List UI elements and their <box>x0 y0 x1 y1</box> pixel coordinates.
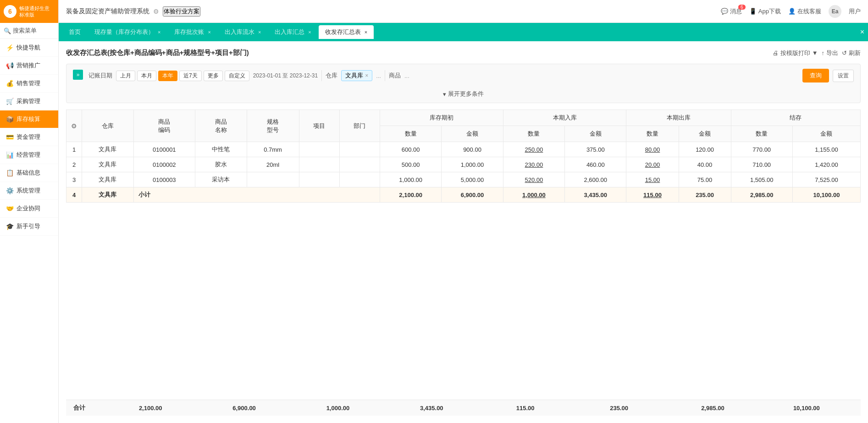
row3-out-amt: 75.00 <box>679 172 731 187</box>
tab-inout-flow[interactable]: 出入库流水 × <box>218 25 267 39</box>
table-row: 1 文具库 0100001 中性笔 0.7mm 600.00 900.00 25… <box>66 142 861 157</box>
marketing-icon: 📢 <box>6 61 14 70</box>
tab-inout-summary[interactable]: 出入库汇总 × <box>268 25 317 39</box>
sidebar-item-system[interactable]: ⚙️ 系统管理 <box>0 182 58 200</box>
row3-spec <box>247 172 299 187</box>
sidebar-item-enterprise[interactable]: 🤝 企业协同 <box>0 200 58 218</box>
expand-more-button[interactable]: ▾ 展开更多条件 <box>73 90 854 98</box>
app-download-button[interactable]: 📱 App下载 <box>749 7 781 16</box>
user-avatar[interactable]: Ea <box>829 5 841 18</box>
row1-warehouse: 文具库 <box>82 142 134 157</box>
phone-icon: 📱 <box>749 8 757 15</box>
sidebar-item-guide[interactable]: 🎓 新手引导 <box>0 218 58 236</box>
logo-area: 6 畅捷通好生意 标准版 <box>0 0 58 23</box>
tab-home[interactable]: 首页 <box>62 25 87 39</box>
table-gear-icon[interactable]: ⚙ <box>71 122 77 130</box>
table-settings-header[interactable]: ⚙ <box>66 110 82 142</box>
export-icon: ↑ <box>822 49 825 56</box>
total-out-qty: 115.00 <box>479 405 572 412</box>
tab-close-receive-summary[interactable]: × <box>365 29 367 35</box>
row2-warehouse: 文具库 <box>82 157 134 172</box>
query-button[interactable]: 查询 <box>802 69 829 82</box>
total-values: 2,100.00 6,900.00 1,000.00 3,435.00 115.… <box>104 405 853 412</box>
date-btn-this-year[interactable]: 本年 <box>158 71 177 81</box>
sidebar-item-purchase[interactable]: 🛒 采购管理 <box>0 93 58 110</box>
date-btn-custom[interactable]: 自定义 <box>225 71 249 81</box>
row1-spec: 0.7mm <box>247 142 299 157</box>
sidebar-item-operation[interactable]: 📊 经营管理 <box>0 146 58 164</box>
user-name[interactable]: 用户 <box>849 7 861 16</box>
subtotal-in-amt: 3,435.00 <box>565 187 626 203</box>
tab-close-inout-summary[interactable]: × <box>308 29 311 35</box>
filter-settings-button[interactable]: 设置 <box>833 70 854 82</box>
sidebar-item-marketing[interactable]: 📢 营销推广 <box>0 57 58 75</box>
page-header: 收发存汇总表(按仓库+商品编码+商品+规格型号+项目+部门) 🖨 按模版打印 ▼… <box>66 49 861 57</box>
tabs-close-all-button[interactable]: × <box>860 28 864 36</box>
total-opening-amt: 6,900.00 <box>197 405 291 412</box>
row3-out-qty[interactable]: 15.00 <box>626 172 679 187</box>
row3-closing-amt: 7,525.00 <box>792 172 860 187</box>
print-button[interactable]: 🖨 按模版打印 ▼ <box>773 49 818 57</box>
row1-dept <box>339 142 380 157</box>
experience-button[interactable]: 体验行业方案 <box>163 6 200 16</box>
date-btn-this-month[interactable]: 本月 <box>137 71 156 81</box>
goods-more-button[interactable]: ... <box>404 72 409 79</box>
date-buttons: 上月 本月 本年 近7天 更多 自定义 <box>116 71 249 81</box>
sidebar-item-finance[interactable]: 💳 资金管理 <box>0 128 58 146</box>
subtotal-opening-qty: 2,100.00 <box>380 187 441 203</box>
logo-text: 畅捷通好生意 标准版 <box>19 5 50 18</box>
tab-close-inout-flow[interactable]: × <box>258 29 261 35</box>
system-icon: ⚙️ <box>6 187 14 195</box>
tab-inventory-dist[interactable]: 现存量（库存分布表） × <box>88 25 167 39</box>
tab-receive-summary[interactable]: 收发存汇总表 × <box>319 25 374 39</box>
filter-divider-2 <box>385 70 385 81</box>
col-header-in: 本期入库 <box>503 110 626 126</box>
tab-close-batch-ledger[interactable]: × <box>208 29 210 35</box>
inventory-icon: 📦 <box>6 115 14 123</box>
row1-closing-amt: 1,155.00 <box>792 142 860 157</box>
sidebar-item-quick-nav[interactable]: ⚡ 快捷导航 <box>0 39 58 57</box>
online-service-button[interactable]: 👤 在线客服 <box>788 7 821 16</box>
enterprise-icon: 🤝 <box>6 204 14 213</box>
sidebar-item-sales[interactable]: 💰 销售管理 <box>0 75 58 93</box>
row2-no: 2 <box>66 157 82 172</box>
col-header-out-qty: 数量 <box>626 126 679 142</box>
message-icon: 💬 <box>721 8 728 15</box>
purchase-icon: 🛒 <box>6 97 14 105</box>
warehouse-more-button[interactable]: ... <box>376 72 381 79</box>
row1-opening-amt: 900.00 <box>442 142 503 157</box>
row1-goods-code: 0100001 <box>133 142 195 157</box>
row1-in-qty[interactable]: 250.00 <box>503 142 564 157</box>
row2-in-qty[interactable]: 230.00 <box>503 157 564 172</box>
refresh-button[interactable]: ↺ 刷新 <box>842 49 861 57</box>
col-header-out: 本期出库 <box>626 110 731 126</box>
filter-toggle-button[interactable]: » <box>73 70 83 80</box>
row2-dept <box>339 157 380 172</box>
settings-gear-icon[interactable]: ⚙ <box>153 8 159 15</box>
row2-out-qty[interactable]: 20.00 <box>626 157 679 172</box>
message-button[interactable]: 💬 6 消息 <box>721 7 742 16</box>
row2-closing-qty: 710.00 <box>731 157 792 172</box>
row3-in-qty[interactable]: 520.00 <box>503 172 564 187</box>
tab-batch-ledger[interactable]: 库存批次账 × <box>168 25 217 39</box>
finance-icon: 💳 <box>6 133 14 141</box>
col-header-project: 项目 <box>299 110 339 142</box>
data-table: ⚙ 仓库 商品编码 商品名称 规格型号 项目 部门 库存期初 本期入库 本期出库… <box>66 110 861 203</box>
warehouse-remove-icon[interactable]: × <box>365 72 368 79</box>
row2-in-amt: 460.00 <box>565 157 626 172</box>
date-btn-more[interactable]: 更多 <box>204 71 223 81</box>
subtotal-warehouse: 文具库 <box>82 187 134 203</box>
sidebar-item-inventory[interactable]: 📦 库存核算 <box>0 110 58 128</box>
sidebar-search[interactable]: 🔍 搜索菜单 <box>0 23 58 39</box>
row3-goods-code: 0100003 <box>133 172 195 187</box>
sidebar-item-base-info[interactable]: 📋 基础信息 <box>0 164 58 182</box>
row3-opening-qty: 1,000.00 <box>380 172 441 187</box>
export-button[interactable]: ↑ 导出 <box>822 49 839 57</box>
date-btn-last-month[interactable]: 上月 <box>116 71 135 81</box>
row2-goods-code: 0100002 <box>133 157 195 172</box>
date-btn-7days[interactable]: 近7天 <box>179 71 202 81</box>
page-actions: 🖨 按模版打印 ▼ ↑ 导出 ↺ 刷新 <box>773 49 861 57</box>
row1-out-qty[interactable]: 80.00 <box>626 142 679 157</box>
subtotal-opening-amt: 6,900.00 <box>442 187 503 203</box>
tab-close-inventory-dist[interactable]: × <box>158 29 160 35</box>
